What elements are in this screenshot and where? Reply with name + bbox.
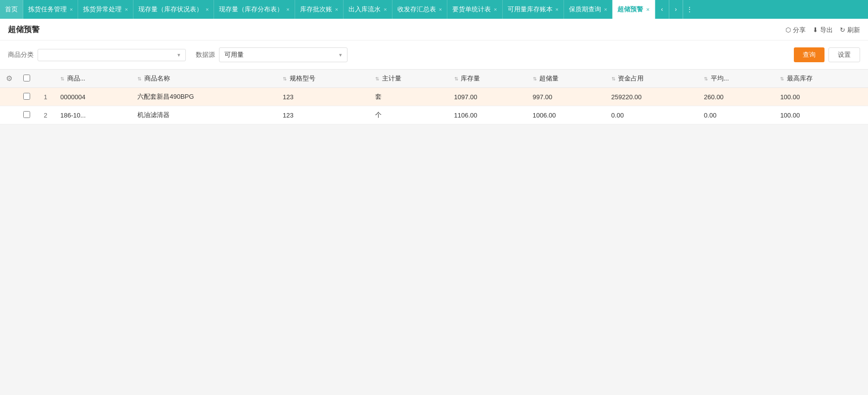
- close-icon[interactable]: ×: [604, 6, 607, 12]
- td-avg: 0.00: [699, 106, 775, 124]
- close-icon[interactable]: ×: [556, 6, 559, 12]
- th-stock-qty[interactable]: ⇅ 库存量: [449, 70, 528, 88]
- sort-icon: ⇅: [60, 76, 64, 81]
- row-checkbox[interactable]: [23, 111, 30, 118]
- query-button[interactable]: 查询: [794, 47, 825, 62]
- sort-icon: ⇅: [283, 76, 287, 81]
- category-select[interactable]: ▾: [38, 49, 186, 61]
- nav-next-arrow[interactable]: ›: [669, 0, 683, 19]
- th-unit[interactable]: ⇅ 主计量: [370, 70, 449, 88]
- td-capital-used: 0.00: [607, 106, 699, 124]
- sort-icon: ⇅: [137, 76, 141, 81]
- header-actions: ⬡ 分享 ⬇ 导出 ↻ 刷新: [785, 26, 860, 35]
- close-icon[interactable]: ×: [439, 6, 442, 12]
- page-title: 超储预警: [8, 25, 40, 35]
- close-icon[interactable]: ×: [335, 6, 338, 12]
- close-icon[interactable]: ×: [494, 6, 497, 12]
- row-checkbox[interactable]: [23, 93, 30, 100]
- chevron-down-icon: ▾: [177, 52, 180, 58]
- th-spec[interactable]: ⇅ 规格型号: [278, 70, 371, 88]
- datasource-label: 数据源: [196, 50, 215, 59]
- nav-batch-account[interactable]: 库存批次账 ×: [295, 0, 344, 19]
- gear-icon[interactable]: ⚙: [6, 74, 12, 82]
- td-capital-used: 259220.00: [607, 88, 699, 106]
- td-product-name: 六配套新昌490BPG: [132, 88, 278, 106]
- datasource-select-value: 可用量: [224, 50, 244, 59]
- table-body: 1 0000004 六配套新昌490BPG 123 套 1097.00 997.…: [0, 88, 868, 124]
- nav-bar: 首页 拣货任务管理 × 拣货异常处理 × 现存量（库存状况表） × 现存量（库存…: [0, 0, 868, 19]
- close-icon[interactable]: ×: [206, 6, 209, 12]
- th-max-stock[interactable]: ⇅ 最高库存: [775, 70, 868, 88]
- export-button[interactable]: ⬇ 导出: [813, 26, 833, 35]
- nav-order-stats[interactable]: 要货单统计表 ×: [447, 0, 502, 19]
- sort-icon: ⇅: [454, 76, 458, 81]
- table-row: 1 0000004 六配套新昌490BPG 123 套 1097.00 997.…: [0, 88, 868, 106]
- td-overstock-qty: 997.00: [528, 88, 607, 106]
- sort-icon: ⇅: [375, 76, 379, 81]
- share-icon: ⬡: [785, 26, 791, 34]
- close-icon[interactable]: ×: [646, 6, 649, 12]
- nav-task-mgmt[interactable]: 拣货任务管理 ×: [23, 0, 78, 19]
- td-row-num: 2: [36, 106, 55, 124]
- nav-home[interactable]: 首页: [0, 0, 23, 19]
- close-icon[interactable]: ×: [384, 6, 387, 12]
- td-unit: 套: [370, 88, 449, 106]
- close-icon[interactable]: ×: [70, 6, 73, 12]
- td-gear: [0, 106, 18, 124]
- th-product-name[interactable]: ⇅ 商品名称: [132, 70, 278, 88]
- refresh-button[interactable]: ↻ 刷新: [840, 26, 860, 35]
- sort-icon: ⇅: [611, 76, 615, 81]
- th-capital-used[interactable]: ⇅ 资金占用: [607, 70, 699, 88]
- th-gear[interactable]: ⚙: [0, 70, 18, 88]
- td-checkbox: [18, 88, 36, 106]
- td-stock-qty: 1106.00: [449, 106, 528, 124]
- th-row-num: [36, 70, 55, 88]
- td-max-stock: 100.00: [775, 106, 868, 124]
- td-avg: 260.00: [699, 88, 775, 106]
- td-checkbox: [18, 106, 36, 124]
- datasource-filter-group: 数据源 可用量 ▾: [196, 47, 347, 62]
- category-label: 商品分类: [8, 50, 34, 59]
- th-avg[interactable]: ⇅ 平均...: [699, 70, 775, 88]
- nav-overstock-warn[interactable]: 超储预警 ×: [612, 0, 654, 19]
- nav-inventory-status[interactable]: 现存量（库存状况表） ×: [133, 0, 214, 19]
- nav-prev-arrow[interactable]: ‹: [655, 0, 669, 19]
- td-unit: 个: [370, 106, 449, 124]
- table-row: 2 186-10... 机油滤清器 123 个 1106.00 1006.00 …: [0, 106, 868, 124]
- nav-quality-check[interactable]: 保质期查询 ×: [564, 0, 612, 19]
- refresh-icon: ↻: [840, 26, 845, 34]
- td-stock-qty: 1097.00: [449, 88, 528, 106]
- td-spec: 123: [278, 88, 371, 106]
- th-product-code[interactable]: ⇅ 商品...: [55, 70, 132, 88]
- nav-in-out-flow[interactable]: 出入库流水 ×: [344, 0, 392, 19]
- chevron-down-icon: ▾: [339, 52, 342, 58]
- close-icon[interactable]: ×: [286, 6, 289, 12]
- sort-icon: ⇅: [533, 76, 537, 81]
- td-product-code: 0000004: [55, 88, 132, 106]
- nav-abnormal[interactable]: 拣货异常处理 ×: [78, 0, 133, 19]
- nav-available-account[interactable]: 可用量库存账本 ×: [503, 0, 564, 19]
- settings-button[interactable]: 设置: [828, 47, 860, 62]
- nav-more-arrow[interactable]: ⋮: [683, 0, 696, 19]
- share-button[interactable]: ⬡ 分享: [785, 26, 806, 35]
- nav-inventory-dist[interactable]: 现存量（库存分布表） ×: [214, 0, 295, 19]
- filter-buttons: 查询 设置: [794, 47, 860, 62]
- td-product-name: 机油滤清器: [132, 106, 278, 124]
- th-checkbox: [18, 70, 36, 88]
- datasource-select[interactable]: 可用量 ▾: [219, 47, 347, 62]
- td-row-num: 1: [36, 88, 55, 106]
- td-overstock-qty: 1006.00: [528, 106, 607, 124]
- category-filter-group: 商品分类 ▾: [8, 49, 186, 61]
- close-icon[interactable]: ×: [125, 6, 128, 12]
- table-wrapper: ⚙ ⇅ 商品... ⇅ 商品名称 ⇅: [0, 69, 868, 124]
- nav-receive-summary[interactable]: 收发存汇总表 ×: [392, 0, 447, 19]
- filter-area: 商品分类 ▾ 数据源 可用量 ▾ 查询 设置: [0, 40, 868, 69]
- td-spec: 123: [278, 106, 371, 124]
- td-max-stock: 100.00: [775, 88, 868, 106]
- page-container: 超储预警 ⬡ 分享 ⬇ 导出 ↻ 刷新 商品分类 ▾ 数据源: [0, 19, 868, 124]
- th-overstock-qty[interactable]: ⇅ 超储量: [528, 70, 607, 88]
- td-product-code: 186-10...: [55, 106, 132, 124]
- td-gear: [0, 88, 18, 106]
- select-all-checkbox[interactable]: [23, 75, 30, 81]
- sort-icon: ⇅: [780, 76, 784, 81]
